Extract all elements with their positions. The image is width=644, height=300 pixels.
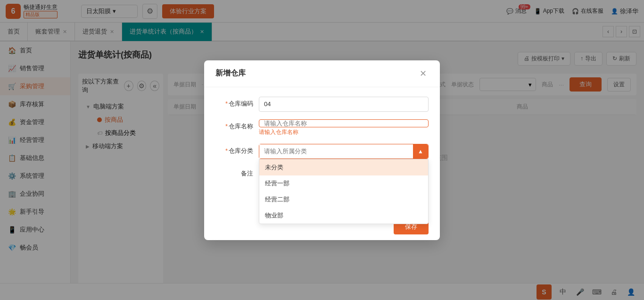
modal-header: 新增仓库 ✕ (204, 60, 440, 87)
name-label: 仓库名称 (215, 119, 253, 131)
name-error-tip: 请输入仓库名称 (259, 128, 429, 136)
note-label: 备注 (215, 167, 253, 178)
category-dropdown-wrap: ▲ 未分类 经营一部 经营二部 物业部 (259, 144, 429, 159)
form-row-category: 仓库分类 ▲ 未分类 经营一部 经营二部 物业部 (215, 144, 429, 159)
option-uncategorized[interactable]: 未分类 (259, 159, 428, 175)
modal-title: 新增仓库 (215, 68, 246, 78)
modal-close-btn[interactable]: ✕ (417, 68, 429, 79)
category-dropdown-list: 未分类 经营一部 经营二部 物业部 (259, 159, 429, 224)
category-label: 仓库分类 (215, 144, 253, 155)
new-warehouse-modal: 新增仓库 ✕ 仓库编码 仓库名称 请输入仓库名称 仓库分类 (204, 60, 440, 240)
modal-body: 仓库编码 仓库名称 请输入仓库名称 仓库分类 ▲ (204, 87, 440, 212)
option-dept1[interactable]: 经营一部 (259, 175, 428, 192)
category-input[interactable] (259, 144, 413, 158)
name-input-wrap: 请输入仓库名称 (259, 119, 429, 136)
name-input[interactable] (259, 119, 429, 127)
form-row-name: 仓库名称 请输入仓库名称 (215, 119, 429, 136)
code-label: 仓库编码 (215, 97, 253, 108)
category-input-row: ▲ (259, 144, 429, 159)
option-property[interactable]: 物业部 (259, 208, 428, 224)
form-row-code: 仓库编码 (215, 97, 429, 112)
code-input[interactable] (259, 97, 429, 112)
dropdown-toggle-btn[interactable]: ▲ (413, 144, 428, 158)
modal-overlay: 新增仓库 ✕ 仓库编码 仓库名称 请输入仓库名称 仓库分类 (0, 0, 644, 300)
option-dept2[interactable]: 经营二部 (259, 192, 428, 208)
